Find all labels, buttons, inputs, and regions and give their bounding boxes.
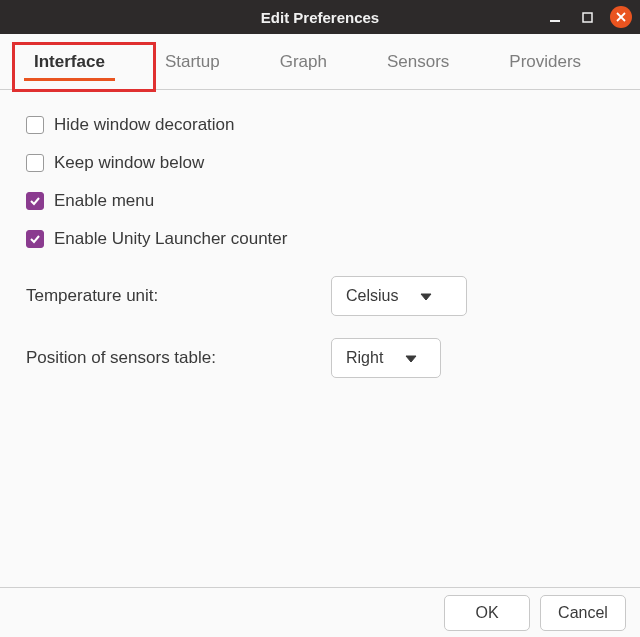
- svg-rect-1: [583, 13, 592, 22]
- titlebar: Edit Preferences: [0, 0, 640, 34]
- close-button[interactable]: [610, 6, 632, 28]
- option-unity-counter: Enable Unity Launcher counter: [26, 220, 620, 258]
- tab-label: Sensors: [387, 52, 449, 72]
- tab-interface[interactable]: Interface: [4, 34, 135, 89]
- svg-marker-5: [406, 356, 416, 362]
- ok-button[interactable]: OK: [444, 595, 530, 631]
- field-temperature-unit: Temperature unit: Celsius: [26, 272, 620, 320]
- field-sensors-table-position: Position of sensors table: Right: [26, 334, 620, 382]
- checkbox-enable-menu[interactable]: [26, 192, 44, 210]
- tab-label: Graph: [280, 52, 327, 72]
- tab-label: Interface: [34, 52, 105, 72]
- checkmark-icon: [29, 195, 41, 207]
- cancel-button[interactable]: Cancel: [540, 595, 626, 631]
- dropdown-value: Celsius: [346, 287, 398, 305]
- window-controls: [546, 0, 632, 34]
- checkbox-unity-counter[interactable]: [26, 230, 44, 248]
- checkbox-label: Keep window below: [54, 153, 204, 173]
- checkbox-label: Enable menu: [54, 191, 154, 211]
- minimize-button[interactable]: [546, 8, 564, 26]
- tab-label: Startup: [165, 52, 220, 72]
- checkbox-keep-below[interactable]: [26, 154, 44, 172]
- chevron-down-icon: [420, 287, 432, 305]
- dropdown-temperature-unit[interactable]: Celsius: [331, 276, 467, 316]
- dropdown-sensors-table-position[interactable]: Right: [331, 338, 441, 378]
- dropdown-value: Right: [346, 349, 383, 367]
- option-enable-menu: Enable menu: [26, 182, 620, 220]
- tab-providers[interactable]: Providers: [479, 34, 611, 89]
- maximize-button[interactable]: [578, 8, 596, 26]
- tab-label: Providers: [509, 52, 581, 72]
- chevron-down-icon: [405, 349, 417, 367]
- tab-content-interface: Hide window decoration Keep window below…: [0, 90, 640, 587]
- option-hide-decoration: Hide window decoration: [26, 106, 620, 144]
- checkmark-icon: [29, 233, 41, 245]
- preferences-window: Edit Preferences Interface Startup Graph…: [0, 0, 640, 637]
- minimize-icon: [549, 11, 561, 23]
- dialog-footer: OK Cancel: [0, 587, 640, 637]
- option-keep-below: Keep window below: [26, 144, 620, 182]
- tab-sensors[interactable]: Sensors: [357, 34, 479, 89]
- window-title: Edit Preferences: [0, 9, 640, 26]
- checkbox-label: Enable Unity Launcher counter: [54, 229, 287, 249]
- checkbox-hide-decoration[interactable]: [26, 116, 44, 134]
- field-label: Position of sensors table:: [26, 348, 331, 368]
- maximize-icon: [582, 12, 593, 23]
- button-label: OK: [475, 604, 498, 622]
- tabs-bar: Interface Startup Graph Sensors Provider…: [0, 34, 640, 90]
- button-label: Cancel: [558, 604, 608, 622]
- tab-startup[interactable]: Startup: [135, 34, 250, 89]
- close-icon: [616, 12, 626, 22]
- tab-graph[interactable]: Graph: [250, 34, 357, 89]
- field-label: Temperature unit:: [26, 286, 331, 306]
- svg-marker-4: [421, 294, 431, 300]
- checkbox-label: Hide window decoration: [54, 115, 235, 135]
